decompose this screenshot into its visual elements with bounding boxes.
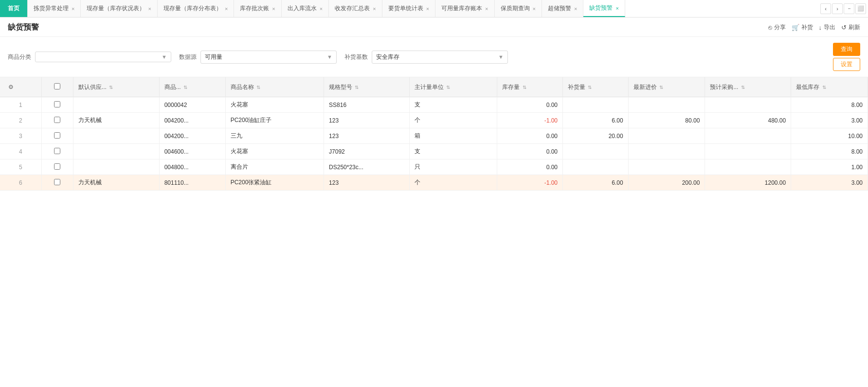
replenish-basis-label: 补货基数 <box>344 53 368 61</box>
close-icon[interactable]: × <box>225 6 228 12</box>
table-header-row: ⚙ 默认供应... ⇅ 商品... ⇅ 商品名称 ⇅ <box>0 77 868 97</box>
cell-product-name: PC200油缸庄子 <box>225 113 324 128</box>
page-title: 缺货预警 <box>8 22 39 33</box>
cell-stock: 0.00 <box>497 159 563 175</box>
close-icon[interactable]: × <box>320 6 323 12</box>
close-icon[interactable]: × <box>373 6 376 12</box>
cell-stock: 0.00 <box>497 128 563 144</box>
table-row: 2 力天机械 004200... PC200油缸庄子 123 个 -1.00 6… <box>0 113 868 128</box>
cell-min-stock: 3.00 <box>791 113 868 128</box>
filter-buttons: 查询 设置 <box>833 43 860 71</box>
datasource-select[interactable]: 可用量 ▼ <box>200 51 337 64</box>
cell-replenish: 6.00 <box>563 113 629 128</box>
cell-estimated-purchase <box>705 144 791 159</box>
replenish-icon: 🛒 <box>792 24 799 31</box>
table-row: 3 004200... 三九 123 箱 0.00 20.00 10.00 <box>0 128 868 144</box>
sort-icon[interactable]: ⇅ <box>741 85 745 90</box>
tab-xiancunliang1[interactable]: 现存量（库存状况表） × <box>81 0 157 17</box>
close-icon[interactable]: × <box>148 6 151 12</box>
tab-maximize-button[interactable]: ⬜ <box>855 3 866 14</box>
tab-yaohuo[interactable]: 要货单统计表 × <box>382 0 435 17</box>
cell-unit: 个 <box>409 175 497 191</box>
close-icon[interactable]: × <box>485 6 488 12</box>
datasource-value: 可用量 <box>205 53 222 61</box>
sort-icon[interactable]: ⇅ <box>659 85 663 90</box>
cell-unit: 支 <box>409 97 497 113</box>
tab-shoufacun[interactable]: 收发存汇总表 × <box>329 0 382 17</box>
cell-latest-price <box>628 159 705 175</box>
cell-spec: DS250*23c... <box>324 159 410 175</box>
tab-jianhuo[interactable]: 拣货异常处理 × <box>28 0 81 17</box>
sort-icon[interactable]: ⇅ <box>822 85 826 90</box>
sort-icon[interactable]: ⇅ <box>183 85 187 90</box>
close-icon[interactable]: × <box>272 6 275 12</box>
row-checkbox-cell <box>41 128 73 144</box>
cell-supplier <box>73 144 159 159</box>
sort-icon[interactable]: ⇅ <box>355 85 359 90</box>
row-index: 6 <box>0 175 41 191</box>
row-checkbox[interactable] <box>54 101 60 107</box>
category-select[interactable]: ▼ <box>35 52 171 62</box>
replenish-basis-select[interactable]: 安全库存 ▼ <box>372 51 508 64</box>
tab-home[interactable]: 首页 <box>0 0 28 17</box>
sort-icon[interactable]: ⇅ <box>523 85 526 90</box>
tab-keyongliang[interactable]: 可用量库存账本 × <box>435 0 494 17</box>
tab-xiancunliang2[interactable]: 现存量（库存分布表） × <box>158 0 234 17</box>
row-checkbox[interactable] <box>54 163 60 170</box>
tab-prev-button[interactable]: ‹ <box>820 3 831 14</box>
tab-navigation: ‹ › － ⬜ <box>818 3 868 14</box>
cell-product-code: 0000042 <box>159 97 225 113</box>
row-checkbox-cell <box>41 97 73 113</box>
settings-button[interactable]: 设置 <box>833 58 860 71</box>
gear-button[interactable]: ⚙ <box>5 81 17 93</box>
tab-chaochuyujing[interactable]: 超储预警 × <box>542 0 583 17</box>
cell-product-name: PC200张紧油缸 <box>225 175 324 191</box>
sort-icon[interactable]: ⇅ <box>256 85 260 90</box>
datasource-filter-group: 数据源 可用量 ▼ <box>179 51 337 64</box>
cell-unit: 箱 <box>409 128 497 144</box>
tab-kucunpici[interactable]: 库存批次账 × <box>234 0 281 17</box>
category-label: 商品分类 <box>8 53 31 61</box>
th-product-name: 商品名称 ⇅ <box>225 77 324 97</box>
row-checkbox[interactable] <box>54 132 60 139</box>
close-icon[interactable]: × <box>426 6 429 12</box>
th-supplier: 默认供应... ⇅ <box>73 77 159 97</box>
row-checkbox[interactable] <box>54 148 60 154</box>
row-checkbox[interactable] <box>54 179 60 185</box>
tab-minimize-button[interactable]: － <box>844 3 854 14</box>
cell-latest-price: 200.00 <box>628 175 705 191</box>
tab-baozhi[interactable]: 保质期查询 × <box>495 0 542 17</box>
sort-icon[interactable]: ⇅ <box>109 85 113 90</box>
tab-bar: 首页 拣货异常处理 × 现存量（库存状况表） × 现存量（库存分布表） × 库存… <box>0 0 868 18</box>
row-index: 5 <box>0 159 41 175</box>
cell-latest-price: 80.00 <box>628 113 705 128</box>
cell-replenish <box>563 144 629 159</box>
close-icon[interactable]: × <box>72 6 74 12</box>
row-index: 4 <box>0 144 41 159</box>
tab-next-button[interactable]: › <box>832 3 843 14</box>
cell-stock: 0.00 <box>497 97 563 113</box>
table-row: 1 0000042 火花塞 SS816 支 0.00 8.00 <box>0 97 868 113</box>
export-action[interactable]: ↓ 导出 <box>819 23 836 32</box>
select-all-checkbox[interactable] <box>54 83 60 89</box>
cell-spec: 123 <box>324 113 410 128</box>
close-icon[interactable]: × <box>533 6 536 12</box>
close-icon[interactable]: × <box>574 6 577 12</box>
page-header: 缺货预警 ⎋ 分享 🛒 补货 ↓ 导出 ↺ 刷新 <box>0 18 868 37</box>
replenish-action[interactable]: 🛒 补货 <box>792 23 813 32</box>
cell-min-stock: 1.00 <box>791 159 868 175</box>
tab-churukuliushui[interactable]: 出入库流水 × <box>282 0 329 17</box>
cell-supplier: 力天机械 <box>73 113 159 128</box>
row-checkbox[interactable] <box>54 117 60 123</box>
query-button[interactable]: 查询 <box>833 43 860 56</box>
page-container: 缺货预警 ⎋ 分享 🛒 补货 ↓ 导出 ↺ 刷新 商品分类 <box>0 18 868 387</box>
cell-estimated-purchase: 1200.00 <box>705 175 791 191</box>
sort-icon[interactable]: ⇅ <box>446 85 450 90</box>
sort-icon[interactable]: ⇅ <box>588 85 592 90</box>
cell-supplier <box>73 159 159 175</box>
close-icon[interactable]: × <box>615 5 618 11</box>
share-action[interactable]: ⎋ 分享 <box>768 23 786 32</box>
tab-quehuo[interactable]: 缺货预警 × <box>583 0 625 17</box>
cell-latest-price <box>628 128 705 144</box>
refresh-action[interactable]: ↺ 刷新 <box>841 23 860 32</box>
